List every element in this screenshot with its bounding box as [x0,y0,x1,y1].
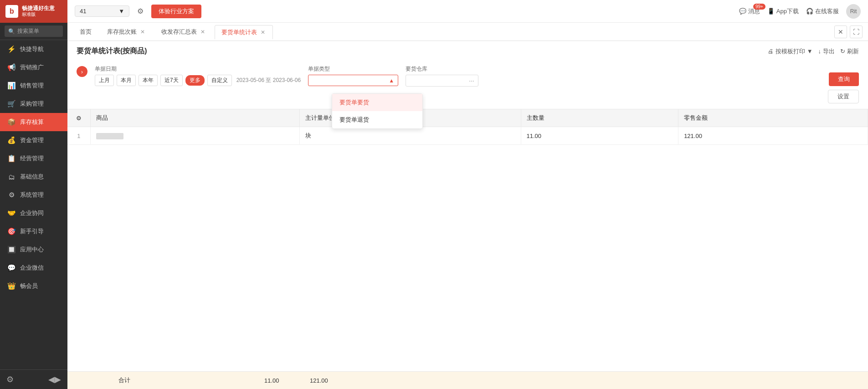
sidebar-item-label: 资金管理 [20,136,44,144]
tab-receipts-summary-close[interactable]: ✕ [200,29,206,35]
sidebar-item-label: 基础信息 [20,173,44,181]
sidebar-item-sales[interactable]: 📊 销售管理 [0,77,67,95]
tab-stock-batch[interactable]: 库存批次账 ✕ [100,25,153,39]
table-row: 1 块 11.00 121.00 [67,127,868,145]
topbar-gear-btn[interactable]: ⚙ [134,5,147,18]
company-name: 41 [80,8,86,15]
system-icon: ⚙ [7,191,15,199]
filter-expand-btn[interactable]: › [77,66,87,77]
filter-custom-btn[interactable]: 自定义 [207,75,232,86]
filter-warehouse-more-icon[interactable]: ··· [469,77,474,84]
sidebar-item-operations[interactable]: 📋 经营管理 [0,149,67,168]
sidebar-item-purchase[interactable]: 🛒 采购管理 [0,95,67,113]
sidebar-item-label: 新手引导 [20,227,44,235]
refresh-btn[interactable]: ↻ 刷新 [840,47,859,56]
export-icon: ↓ [818,48,822,55]
dropdown-item-order-goods[interactable]: 要货单要货 [332,94,422,111]
filter-last7days-btn[interactable]: 近7天 [160,75,183,86]
export-btn[interactable]: ↓ 导出 [818,47,835,56]
sidebar-bottom: ⚙ ◀▶ [0,369,67,389]
tab-close-all-btn[interactable]: ✕ [834,26,847,38]
tab-home[interactable]: 首页 [73,25,98,39]
member-icon: 👑 [7,282,15,290]
tabs-bar-right: ✕ ⛶ [834,26,863,38]
filter-last-month-btn[interactable]: 上月 [95,75,114,86]
print-btn[interactable]: 🖨 按模板打印 ▼ [768,47,813,56]
sidebar-search-area[interactable]: 🔍 搜索菜单 [0,23,67,40]
query-btn[interactable]: 查询 [829,72,859,86]
footer-qty: 11.00 [264,377,310,384]
filter-type-label: 单据类型 [308,65,398,73]
marketing-icon: 📢 [7,63,15,72]
filter-date-group: 单据日期 上月 本月 本年 近7天 更多 自定义 2023-05-06 至 20… [95,65,301,86]
sidebar-item-label: 销售管理 [20,82,44,90]
collapse-icon[interactable]: ◀▶ [48,374,61,384]
purchase-icon: 🛒 [7,100,15,108]
company-selector[interactable]: 41 ▼ [75,5,129,17]
export-label: 导出 [823,47,835,56]
messages-badge: 99+ [753,4,765,10]
messages-icon: 💬 [739,8,746,15]
row-qty: 11.00 [521,127,678,145]
filter-type-field[interactable] [312,77,389,84]
filter-more-btn[interactable]: 更多 [185,75,205,86]
settings-icon[interactable]: ⚙ [6,374,14,384]
guide-icon: 🎯 [7,227,15,235]
col-amount: 零售金额 [678,109,868,127]
filter-this-year-btn[interactable]: 本年 [139,75,158,86]
filter-this-month-btn[interactable]: 本月 [117,75,136,86]
sidebar-item-quicknav[interactable]: ⚡ 快捷导航 [0,40,67,58]
row-product [90,127,299,145]
filter-date-range: 2023-05-06 至 2023-06-06 [236,77,301,84]
tab-expand-btn[interactable]: ⛶ [850,26,863,38]
online-service-label: 在线客服 [815,7,839,15]
tab-order-stats-close[interactable]: ✕ [260,29,266,36]
avatar[interactable]: Rit [846,4,861,19]
sidebar-item-wechat[interactable]: 💬 企业微信 [0,259,67,277]
app-download-btn[interactable]: 📱 App下载 [767,7,799,15]
row-amount: 121.00 [678,127,868,145]
refresh-icon: ↻ [840,48,845,55]
data-table: ⚙ 商品 主计量单位 主数量 零售金额 1 块 11.00 [67,109,868,145]
page-content: 要货单统计表(按商品) 🖨 按模板打印 ▼ ↓ 导出 ↻ 刷新 › [67,41,868,389]
dropdown-item-order-return[interactable]: 要货单退货 [332,111,422,128]
tab-stock-batch-label: 库存批次账 [107,28,137,36]
col-product: 商品 [90,109,299,127]
tab-receipts-summary[interactable]: 收发存汇总表 ✕ [154,25,213,39]
finance-icon: 💰 [7,136,15,144]
filter-settings-btn[interactable]: 设置 [828,90,859,103]
online-service-btn[interactable]: 🎧 在线客服 [806,7,839,15]
data-table-container: ⚙ 商品 主计量单位 主数量 零售金额 1 块 11.00 [67,109,868,371]
sidebar-item-apps[interactable]: 🔲 应用中心 [0,241,67,259]
sidebar-item-label: 应用中心 [20,246,44,254]
col-settings[interactable]: ⚙ [67,109,90,127]
sidebar-item-cooperation[interactable]: 🤝 企业协同 [0,204,67,222]
sidebar-item-label: 快捷导航 [20,45,44,53]
topbar-right: 💬 消息 99+ 📱 App下载 🎧 在线客服 Rit [739,4,861,19]
sidebar-item-guide[interactable]: 🎯 新手引导 [0,222,67,241]
chevron-up-icon[interactable]: ▲ [389,77,394,84]
page-header: 要货单统计表(按商品) 🖨 按模板打印 ▼ ↓ 导出 ↻ 刷新 [67,41,868,60]
sidebar-item-finance[interactable]: 💰 资金管理 [0,131,67,149]
row-index: 1 [67,127,90,145]
tabs-bar: 首页 库存批次账 ✕ 收发存汇总表 ✕ 要货单统计表 ✕ ✕ ⛶ [67,23,868,41]
filter-date-buttons: 上月 本月 本年 近7天 更多 自定义 2023-05-06 至 2023-06… [95,75,301,86]
tab-order-stats-label: 要货单统计表 [221,28,257,36]
logo-title: 畅捷通好生意 [22,5,55,11]
tab-receipts-summary-label: 收发存汇总表 [161,28,197,36]
filter-warehouse-input[interactable]: ··· [406,75,478,87]
sidebar-item-inventory[interactable]: 📦 库存核算 [0,113,67,131]
operations-icon: 📋 [7,154,15,163]
sidebar-item-member[interactable]: 👑 畅会员 [0,277,67,295]
tab-order-stats[interactable]: 要货单统计表 ✕ [215,25,273,39]
trial-btn[interactable]: 体验行业方案 [151,5,201,18]
row-unit: 块 [299,127,521,145]
messages-btn[interactable]: 💬 消息 99+ [739,7,760,15]
sidebar-item-basic[interactable]: 🗂 基础信息 [0,168,67,186]
search-menu-btn[interactable]: 🔍 搜索菜单 [5,26,63,37]
tab-stock-batch-close[interactable]: ✕ [139,29,146,35]
headset-icon: 🎧 [806,8,813,15]
sidebar-item-system[interactable]: ⚙ 系统管理 [0,186,67,204]
sidebar-item-marketing[interactable]: 📢 营销推广 [0,58,67,77]
filter-type-input[interactable]: ▲ [308,75,398,86]
